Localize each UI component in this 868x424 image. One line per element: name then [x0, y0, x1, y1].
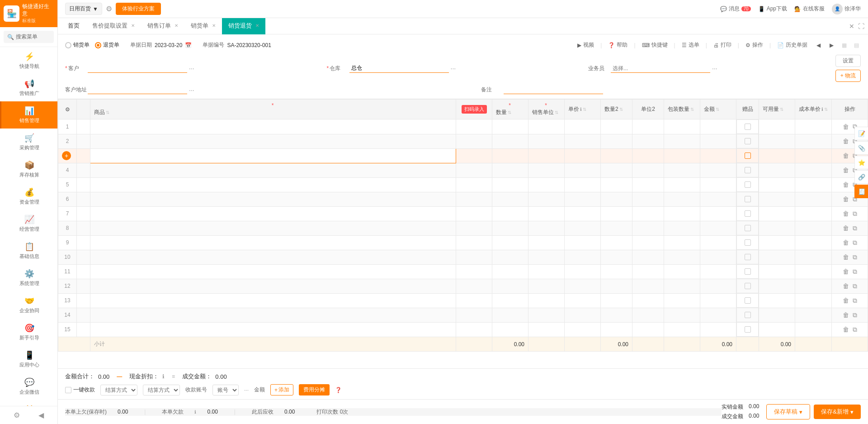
billing-select2[interactable]: 结算方式	[143, 385, 180, 395]
row-1-unit[interactable]	[528, 119, 565, 134]
onepay-checkbox[interactable]: 一键收款	[65, 386, 95, 394]
row-2-unit[interactable]	[528, 134, 565, 148]
quick-note-btn[interactable]: 📝	[854, 127, 868, 140]
row-14-copy-btn[interactable]: ⧉	[852, 310, 858, 320]
row-3-gift-cb[interactable]	[745, 152, 751, 159]
fee-split-btn[interactable]: 费用分摊	[299, 384, 330, 395]
row-2-product[interactable]	[90, 134, 456, 148]
row-2-gift-cb[interactable]	[745, 138, 751, 144]
tab-sales-order-close[interactable]: ✕	[175, 23, 178, 28]
sidebar-item-inventory[interactable]: 📦 库存核算	[0, 156, 57, 183]
row-4-delete-btn[interactable]: 🗑	[842, 166, 850, 175]
print-btn[interactable]: 🖨 打印	[711, 40, 734, 50]
row-4-gift-cb[interactable]	[745, 167, 751, 173]
row-2-amount[interactable]	[700, 134, 736, 148]
onepay-cb[interactable]	[65, 387, 71, 393]
warehouse-dots[interactable]: ···	[451, 65, 456, 72]
product-sort-icon[interactable]: ⇅	[106, 110, 109, 115]
help-btn[interactable]: ❓ 帮助	[605, 40, 630, 50]
sidebar-item-purchase-mgmt[interactable]: 🛒 采购管理	[0, 129, 57, 156]
topbar-gear-btn[interactable]: ⚙	[106, 5, 112, 13]
account-select[interactable]: 账号	[212, 385, 239, 395]
tab-sales-goods-close[interactable]: ✕	[212, 23, 216, 28]
row-3-unit[interactable]	[528, 148, 565, 163]
row-6-gift-cb[interactable]	[745, 196, 751, 202]
row-9-delete-btn[interactable]: 🗑	[842, 238, 850, 247]
quick-attachment-btn[interactable]: 📎	[854, 141, 868, 155]
address-input[interactable]	[88, 86, 187, 94]
row-3-unit2[interactable]	[632, 148, 664, 163]
radio-return[interactable]: 退货单	[95, 41, 119, 49]
cost-sort-icon[interactable]: ⇅	[824, 107, 828, 112]
tab-sales-return[interactable]: 销货退货 ✕	[222, 18, 265, 34]
row-3-product[interactable]	[90, 148, 456, 163]
row-7-delete-btn[interactable]: 🗑	[842, 209, 850, 218]
row-1-product[interactable]	[90, 119, 456, 134]
app-download-btn[interactable]: 📱 App下载	[758, 5, 787, 13]
customer-input[interactable]	[88, 64, 187, 73]
row-10-delete-btn[interactable]: 🗑	[842, 252, 850, 262]
row-3-qty2[interactable]	[601, 148, 632, 163]
row-3-price[interactable]	[565, 148, 601, 163]
qty2-sort-icon[interactable]: ⇅	[619, 107, 623, 112]
ops-btn[interactable]: ⚙ 操作	[743, 40, 766, 50]
row-2-available[interactable]	[759, 134, 795, 148]
row-5-gift-cb[interactable]	[745, 181, 751, 188]
row-15-delete-btn[interactable]: 🗑	[842, 325, 850, 334]
row-7-copy-btn[interactable]: ⧉	[852, 209, 858, 219]
collapse-btn[interactable]: ◀	[38, 411, 44, 419]
qty-sort-icon[interactable]: ⇅	[508, 110, 511, 115]
row-9-gift-cb[interactable]	[745, 239, 751, 246]
row-1-gift-cb[interactable]	[745, 124, 751, 130]
row-12-gift-cb[interactable]	[745, 283, 751, 289]
row-3-amount[interactable]	[700, 148, 736, 163]
sidebar-item-finance[interactable]: 💰 资金管理	[0, 183, 57, 210]
tab-sales-order[interactable]: 销售订单 ✕	[141, 18, 184, 34]
tab-price-close[interactable]: ✕	[131, 23, 135, 28]
customer-dots[interactable]: ···	[189, 65, 194, 72]
billing-select[interactable]: 结算方式	[100, 385, 137, 395]
row-6-delete-btn[interactable]: 🗑	[842, 195, 850, 204]
message-btn[interactable]: 💬 消息 70	[720, 5, 751, 13]
quick-star-btn[interactable]: ⭐	[854, 156, 868, 169]
sidebar-item-basic-info[interactable]: 📋 基础信息	[0, 237, 57, 264]
account-dots[interactable]: ···	[244, 387, 249, 393]
row-2-qty[interactable]	[492, 134, 528, 148]
sidebar-item-wechat[interactable]: 💬 企业微信	[0, 373, 57, 400]
sidebar-item-quick-nav[interactable]: ⚡ 快捷导航	[0, 47, 57, 74]
save-new-btn[interactable]: 保存&新增 ▾	[814, 405, 861, 419]
row-15-copy-btn[interactable]: ⧉	[852, 325, 858, 334]
quick-link-btn[interactable]: 🔗	[854, 170, 868, 184]
tab-sales-goods[interactable]: 销货单 ✕	[184, 18, 222, 34]
row-1-price[interactable]	[565, 119, 601, 134]
available-sort-icon[interactable]: ⇅	[780, 107, 783, 112]
sidebar-item-app-center[interactable]: 📱 应用中心	[0, 346, 57, 373]
row-2-cost[interactable]	[795, 134, 832, 148]
note-input[interactable]	[504, 86, 603, 94]
sidebar-item-guide[interactable]: 🎯 新手引导	[0, 319, 57, 346]
row-2-pack[interactable]	[664, 134, 700, 148]
row-13-gift-cb[interactable]	[745, 297, 751, 304]
salesperson-input[interactable]	[611, 64, 710, 73]
sidebar-item-operations[interactable]: 📈 经营管理	[0, 210, 57, 237]
next-btn[interactable]: ▶	[827, 41, 836, 50]
row-3-qty[interactable]	[492, 148, 528, 163]
row-5-delete-btn[interactable]: 🗑	[842, 180, 850, 189]
row-2-qty2[interactable]	[601, 134, 632, 148]
row-3-cost[interactable]	[795, 148, 832, 163]
th-settings[interactable]: ⚙	[58, 100, 77, 119]
calendar-icon[interactable]: 📅	[185, 42, 192, 48]
quick-receipt-btn[interactable]: 🧾	[854, 185, 868, 198]
address-dots[interactable]: ···	[189, 86, 194, 94]
row-15-gift-cb[interactable]	[745, 326, 751, 333]
row-2-price[interactable]	[565, 134, 601, 148]
logistics-btn[interactable]: + 物流	[835, 70, 861, 82]
sidebar-item-marketing[interactable]: 📢 营销推广	[0, 74, 57, 101]
row-1-qty[interactable]	[492, 119, 528, 134]
sidebar-item-sys-mgmt[interactable]: ⚙️ 系统管理	[0, 264, 57, 291]
row-3-pack[interactable]	[664, 148, 700, 163]
sidebar-item-member[interactable]: 👑 畅会员	[0, 400, 57, 406]
tab-price-setting[interactable]: 售价提取设置 ✕	[86, 18, 141, 34]
th-barcode[interactable]: 扫码录入	[456, 100, 492, 119]
row-12-copy-btn[interactable]: ⧉	[852, 281, 858, 291]
